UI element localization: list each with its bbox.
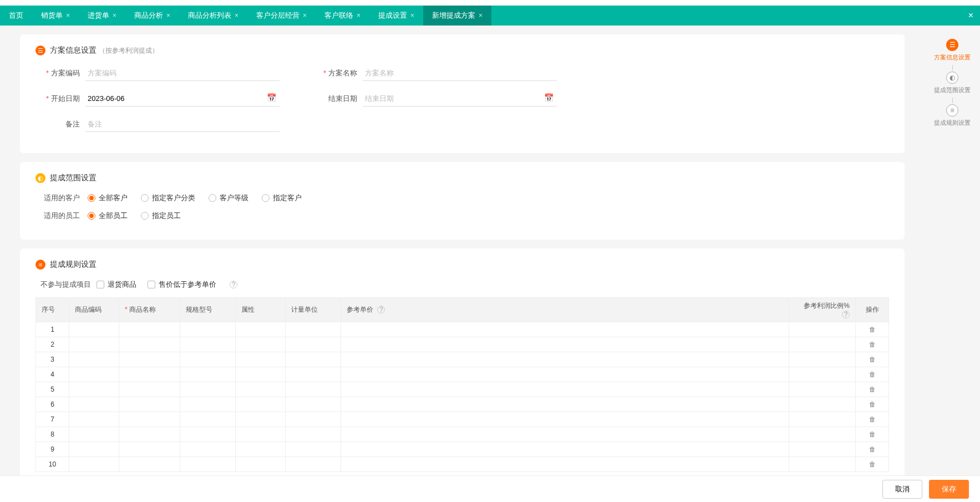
tab-home[interactable]: 首页 [0, 6, 32, 26]
col-profit-ratio: 参考利润比例% ? [789, 298, 856, 322]
save-button[interactable]: 保存 [929, 480, 969, 499]
rules-table: 序号 商品编码 * 商品名称 规格型号 属性 计量单位 参考单价 ? 参考利润比… [35, 297, 889, 472]
radio-customer-category[interactable]: 指定客户分类 [141, 193, 195, 203]
tab-bar: 首页 销货单× 进货单× 商品分析× 商品分析列表× 客户分层经营× 客户联络×… [0, 6, 980, 26]
close-icon[interactable]: × [235, 12, 238, 19]
nav-step-plan-info[interactable]: ☰ 方案信息设置 [927, 39, 978, 62]
col-name: * 商品名称 [119, 298, 180, 322]
delete-icon[interactable]: 🗑 [869, 341, 876, 348]
start-date-input[interactable] [85, 91, 280, 107]
step-icon: ≡ [946, 104, 958, 116]
label-applicable-staff: 适用的员工 [35, 211, 80, 221]
delete-icon[interactable]: 🗑 [869, 326, 876, 333]
col-unit: 计量单位 [286, 298, 341, 322]
tab-new-commission-plan[interactable]: 新增提成方案× [423, 6, 491, 26]
tab-purchase-order[interactable]: 进货单× [79, 6, 125, 26]
table-row[interactable]: 7🗑 [36, 412, 889, 427]
close-icon[interactable]: × [303, 12, 307, 19]
tab-product-analysis[interactable]: 商品分析× [125, 6, 179, 26]
cancel-button[interactable]: 取消 [882, 480, 922, 499]
step-icon: ◐ [946, 72, 958, 84]
col-attr: 属性 [236, 298, 286, 322]
tabs-close-all-icon[interactable]: × [968, 6, 973, 26]
step-icon: ☰ [946, 39, 958, 51]
label-end-date: 结束日期 [313, 94, 357, 104]
radio-all-staff[interactable]: 全部员工 [88, 211, 128, 221]
section-title-scope: ◐ 提成范围设置 [35, 173, 889, 183]
checkbox-below-ref-price[interactable]: 售价低于参考单价 [148, 280, 216, 290]
section-plan-info: ☰ 方案信息设置 （按参考利润提成） 方案编码 方案名称 开始日期 [20, 34, 905, 153]
col-code: 商品编码 [69, 298, 119, 322]
close-icon[interactable]: × [113, 12, 116, 19]
col-ref-price: 参考单价 ? [341, 298, 789, 322]
close-icon[interactable]: × [66, 12, 70, 19]
table-row[interactable]: 5🗑 [36, 382, 889, 397]
section-rules: ≡ 提成规则设置 不参与提成项目 退货商品 售价低于参考单价 ? 序号 商品编码… [20, 249, 905, 483]
table-row[interactable]: 2🗑 [36, 337, 889, 352]
table-row[interactable]: 6🗑 [36, 397, 889, 412]
help-icon[interactable]: ? [377, 306, 385, 313]
section-title-plan-info: ☰ 方案信息设置 （按参考利润提成） [35, 45, 889, 55]
end-date-input[interactable] [363, 91, 557, 107]
help-icon[interactable]: ? [230, 281, 237, 288]
label-remark: 备注 [35, 119, 80, 129]
tab-customer-tier[interactable]: 客户分层经营× [247, 6, 316, 26]
col-spec: 规格型号 [180, 298, 236, 322]
close-icon[interactable]: × [479, 12, 483, 19]
section-icon: ☰ [35, 45, 45, 55]
checkbox-returns[interactable]: 退货商品 [97, 280, 136, 290]
tab-sales-order[interactable]: 销货单× [32, 6, 79, 26]
close-icon[interactable]: × [357, 12, 360, 19]
table-row[interactable]: 4🗑 [36, 367, 889, 382]
table-row[interactable]: 10🗑 [36, 457, 889, 472]
help-icon[interactable]: ? [842, 311, 850, 318]
delete-icon[interactable]: 🗑 [869, 460, 876, 468]
delete-icon[interactable]: 🗑 [869, 356, 876, 363]
plan-name-input[interactable] [363, 65, 557, 81]
radio-specific-staff[interactable]: 指定员工 [141, 211, 181, 221]
remark-input[interactable] [85, 116, 280, 132]
radio-all-customers[interactable]: 全部客户 [88, 193, 128, 203]
table-row[interactable]: 9🗑 [36, 442, 889, 457]
tab-customer-contact[interactable]: 客户联络× [316, 6, 369, 26]
table-row[interactable]: 1🗑 [36, 322, 889, 337]
table-row[interactable]: 3🗑 [36, 352, 889, 367]
delete-icon[interactable]: 🗑 [869, 415, 876, 423]
delete-icon[interactable]: 🗑 [869, 386, 876, 393]
tab-commission-settings[interactable]: 提成设置× [369, 6, 423, 26]
radio-customer-level[interactable]: 客户等级 [209, 193, 248, 203]
tab-product-analysis-list[interactable]: 商品分析列表× [179, 6, 247, 26]
nav-step-scope[interactable]: ◐ 提成范围设置 [927, 72, 978, 94]
radio-specific-customer[interactable]: 指定客户 [262, 193, 302, 203]
section-icon: ◐ [35, 173, 45, 183]
nav-step-rules[interactable]: ≡ 提成规则设置 [927, 104, 978, 127]
delete-icon[interactable]: 🗑 [869, 430, 876, 438]
delete-icon[interactable]: 🗑 [869, 445, 876, 453]
table-row[interactable]: 8🗑 [36, 427, 889, 442]
section-icon: ≡ [35, 260, 45, 270]
section-title-rules: ≡ 提成规则设置 [35, 260, 889, 270]
label-plan-code: 方案编码 [35, 68, 80, 78]
close-icon[interactable]: × [166, 12, 170, 19]
section-scope: ◐ 提成范围设置 适用的客户 全部客户 指定客户分类 客户等级 指定客户 适用的… [20, 162, 905, 240]
footer-bar: 取消 保存 [0, 475, 980, 502]
anchor-nav: ☰ 方案信息设置 ◐ 提成范围设置 ≡ 提成规则设置 [925, 26, 980, 502]
label-start-date: 开始日期 [35, 94, 80, 104]
col-action: 操作 [856, 298, 889, 322]
label-exclude-items: 不参与提成项目 [35, 280, 91, 290]
col-seq: 序号 [36, 298, 69, 322]
label-applicable-customer: 适用的客户 [35, 193, 80, 203]
close-icon[interactable]: × [410, 12, 414, 19]
plan-code-input[interactable] [85, 65, 280, 81]
delete-icon[interactable]: 🗑 [869, 371, 876, 378]
delete-icon[interactable]: 🗑 [869, 400, 876, 408]
label-plan-name: 方案名称 [313, 68, 357, 78]
